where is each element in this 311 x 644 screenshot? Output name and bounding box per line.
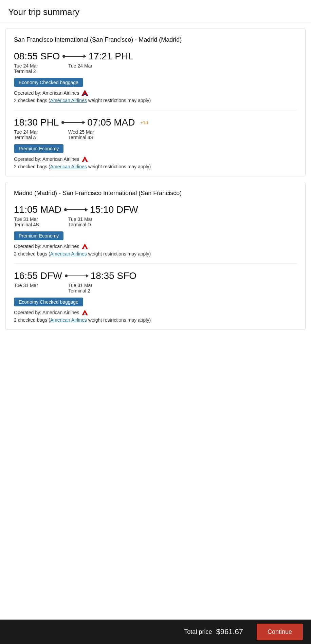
operated-by-4: Operated by: American Airlines [14, 309, 297, 316]
baggage-info-3: 2 checked bags (American Airlines weight… [14, 251, 297, 257]
aa-logo-2 [81, 156, 89, 163]
return-route-header: Madrid (Madrid) - San Francisco Internat… [14, 189, 297, 197]
total-price-amount: $961.67 [216, 627, 243, 636]
dates-row-2: Tue 24 Mar Terminal A Wed 25 Mar Termina… [14, 129, 297, 140]
dep-time-2: 18:30 PHL [14, 117, 59, 128]
arr-time-1: 17:21 PHL [88, 51, 133, 62]
svg-marker-5 [82, 244, 88, 249]
arr-date-col-4: Tue 31 Mar Terminal 2 [68, 283, 297, 293]
dep-date-col-1: Tue 24 Mar Terminal 2 [14, 63, 68, 74]
cabin-badge-4: Economy Checked baggage [14, 298, 83, 306]
dep-time-1: 08:55 SFO [14, 51, 60, 62]
arr-terminal-3: Terminal D [68, 222, 297, 227]
cabin-badge-2: Premium Economy [14, 144, 63, 153]
baggage-info-4: 2 checked bags (American Airlines weight… [14, 317, 297, 323]
flight-segment-4: 16:55 DFW 18:35 SFO Tue 31 Mar Tue 31 Ma… [14, 270, 297, 323]
dep-date-2: Tue 24 Mar [14, 129, 68, 135]
dates-row-3: Tue 31 Mar Terminal 4S Tue 31 Mar Termin… [14, 216, 297, 227]
aa-logo-3 [81, 243, 89, 250]
cabin-badge-1: Economy Checked baggage [14, 78, 83, 87]
dep-date-col-3: Tue 31 Mar Terminal 4S [14, 216, 68, 227]
return-card: Madrid (Madrid) - San Francisco Internat… [5, 182, 306, 330]
dep-date-4: Tue 31 Mar [14, 283, 68, 288]
cabin-badge-3: Premium Economy [14, 231, 63, 240]
dep-date-col-4: Tue 31 Mar [14, 283, 68, 293]
operated-by-1: Operated by: American Airlines [14, 90, 297, 96]
dep-time-4: 16:55 DFW [14, 270, 62, 281]
arr-date-2: Wed 25 Mar [68, 129, 297, 135]
arrow-3 [66, 209, 86, 210]
dep-time-3: 11:05 MAD [14, 204, 61, 215]
bottom-bar: Total price $961.67 Continue [0, 620, 311, 644]
total-price-label: Total price [184, 628, 212, 636]
page-title-section: Your trip summary [0, 0, 311, 23]
arr-terminal-4: Terminal 2 [68, 288, 297, 293]
arr-time-3: 15:10 DFW [90, 204, 138, 215]
dep-date-1: Tue 24 Mar [14, 63, 68, 69]
page-title: Your trip summary [8, 7, 303, 17]
aa-link-1[interactable]: American Airlines [50, 98, 87, 103]
arrow-4 [66, 276, 87, 276]
dates-row-1: Tue 24 Mar Terminal 2 Tue 24 Mar [14, 63, 297, 74]
arrow-1 [64, 56, 84, 57]
flight-times-2: 18:30 PHL 07:05 MAD +1d [14, 117, 297, 128]
arr-date-3: Tue 31 Mar [68, 216, 297, 222]
operated-by-2: Operated by: American Airlines [14, 156, 297, 163]
flight-segment-1: 08:55 SFO 17:21 PHL Tue 24 Mar Terminal … [14, 51, 297, 110]
arr-terminal-2: Terminal 4S [68, 135, 297, 140]
arr-date-col-3: Tue 31 Mar Terminal D [68, 216, 297, 227]
dep-date-3: Tue 31 Mar [14, 216, 68, 222]
dep-terminal-1: Terminal 2 [14, 69, 68, 74]
baggage-info-1: 2 checked bags (American Airlines weight… [14, 98, 297, 103]
aa-logo-4 [81, 309, 89, 316]
aa-link-4[interactable]: American Airlines [50, 317, 87, 323]
arr-date-col-1: Tue 24 Mar [68, 63, 297, 74]
arrow-2 [63, 122, 83, 123]
arr-date-4: Tue 31 Mar [68, 283, 297, 288]
arr-time-2: 07:05 MAD [87, 117, 135, 128]
baggage-info-2: 2 checked bags (American Airlines weight… [14, 164, 297, 169]
total-price-section: Total price $961.67 [184, 627, 243, 636]
flight-segment-3: 11:05 MAD 15:10 DFW Tue 31 Mar Terminal … [14, 204, 297, 264]
aa-link-2[interactable]: American Airlines [50, 164, 87, 169]
next-day-badge-2: +1d [140, 120, 148, 125]
dep-terminal-3: Terminal 4S [14, 222, 68, 227]
svg-marker-7 [82, 310, 88, 316]
arr-date-1: Tue 24 Mar [68, 63, 297, 69]
svg-marker-3 [82, 156, 88, 162]
flight-times-1: 08:55 SFO 17:21 PHL [14, 51, 297, 62]
flight-times-4: 16:55 DFW 18:35 SFO [14, 270, 297, 281]
continue-button[interactable]: Continue [257, 624, 303, 640]
dep-date-col-2: Tue 24 Mar Terminal A [14, 129, 68, 140]
outbound-route-header: San Francisco International (San Francis… [14, 36, 297, 44]
operated-by-3: Operated by: American Airlines [14, 243, 297, 250]
dates-row-4: Tue 31 Mar Tue 31 Mar Terminal 2 [14, 283, 297, 293]
arr-time-4: 18:35 SFO [91, 270, 136, 281]
aa-logo-1 [81, 90, 89, 96]
arr-date-col-2: Wed 25 Mar Terminal 4S [68, 129, 297, 140]
flight-segment-2: 18:30 PHL 07:05 MAD +1d Tue 24 Mar Termi… [14, 117, 297, 169]
outbound-card: San Francisco International (San Francis… [5, 29, 306, 176]
flight-times-3: 11:05 MAD 15:10 DFW [14, 204, 297, 215]
dep-terminal-2: Terminal A [14, 135, 68, 140]
aa-link-3[interactable]: American Airlines [50, 251, 87, 257]
